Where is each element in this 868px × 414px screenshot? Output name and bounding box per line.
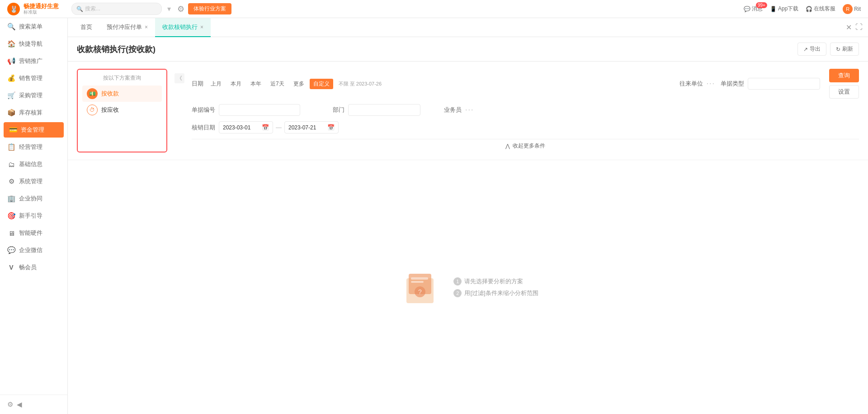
bill-type-label: 单据类型 bbox=[721, 80, 744, 88]
sidebar-item-marketing[interactable]: 📢 营销推广 bbox=[0, 52, 67, 70]
receipt-icon: 💵 bbox=[87, 88, 98, 99]
verify-date-label: 核销日期 bbox=[192, 124, 215, 132]
home-icon: 🏠 bbox=[7, 40, 15, 48]
sidebar-item-system[interactable]: ⚙ 系统管理 bbox=[0, 173, 67, 190]
tab-home-label: 首页 bbox=[80, 23, 92, 31]
sidebar-item-label: 畅会员 bbox=[19, 263, 37, 271]
query-button[interactable]: 查询 bbox=[829, 69, 859, 82]
search-icon: 🔍 bbox=[76, 6, 83, 12]
verify-date-field: 核销日期 2023-03-01 📅 — 2023-07-21 📅 bbox=[192, 121, 339, 133]
sidebar-item-label: 智能硬件 bbox=[19, 229, 42, 237]
filter-option-by-receipt[interactable]: 💵 按收款 bbox=[82, 86, 162, 102]
filter-collapse-button[interactable]: 《 bbox=[175, 73, 184, 83]
message-badge: 99+ bbox=[756, 2, 767, 8]
page-title: 收款核销执行(按收款) bbox=[77, 44, 156, 55]
verify-date-end-value: 2023-07-21 bbox=[288, 124, 316, 131]
user-name: Rit bbox=[854, 6, 861, 12]
sidebar-item-sales[interactable]: 💰 销售管理 bbox=[0, 70, 67, 87]
date-label: 日期 bbox=[192, 80, 203, 88]
dept-select[interactable] bbox=[348, 104, 420, 116]
date-tab-thisyear[interactable]: 本年 bbox=[247, 79, 265, 89]
bill-no-input[interactable] bbox=[219, 104, 300, 116]
filter-row-2: 单据编号 部门 业务员 ··· bbox=[192, 104, 859, 116]
filter-row-3: 核销日期 2023-03-01 📅 — 2023-07-21 📅 bbox=[192, 121, 859, 133]
sidebar-item-label: 新手引导 bbox=[19, 212, 42, 220]
app-download-button[interactable]: 📱 App下载 bbox=[770, 5, 798, 13]
counterpart-dots[interactable]: ··· bbox=[707, 80, 715, 88]
date-tab-7days[interactable]: 近7天 bbox=[267, 79, 288, 89]
user-profile[interactable]: R Rit bbox=[843, 4, 861, 14]
top-search-bar[interactable]: 🔍 搜索... bbox=[71, 3, 162, 15]
message-button[interactable]: 💬 消息 99+ bbox=[744, 5, 763, 13]
sidebar-item-label: 库存核算 bbox=[19, 109, 42, 117]
headset-icon: 🎧 bbox=[806, 6, 812, 12]
filter-option-by-receivable[interactable]: ⏱ 按应收 bbox=[82, 102, 162, 118]
salesman-dots[interactable]: ··· bbox=[465, 106, 474, 114]
folder-icon: 🗂 bbox=[7, 161, 15, 168]
building-icon: 🏢 bbox=[7, 195, 15, 203]
sidebar-item-hardware[interactable]: 🖥 智能硬件 bbox=[0, 224, 67, 242]
empty-tip-1: 1 请先选择要分析的方案 bbox=[453, 277, 538, 286]
content-area: 首页 预付冲应付单 × 收款核销执行 × ✕ ⛶ 收款核销执行(按收款) ↗ bbox=[68, 18, 868, 414]
message-icon: 💬 bbox=[744, 6, 750, 12]
empty-state: ? 1 请先选择要分析的方案 2 用[过滤]条件来缩小分析范围 bbox=[68, 160, 868, 414]
empty-illustration: ? bbox=[397, 265, 443, 310]
settings-icon[interactable]: ⚙ bbox=[177, 4, 184, 14]
settings-button[interactable]: 设置 bbox=[829, 85, 859, 99]
sidebar-item-quicknav[interactable]: 🏠 快捷导航 bbox=[0, 35, 67, 52]
bill-type-field: 单据类型 bbox=[721, 78, 820, 90]
bill-type-select[interactable] bbox=[748, 78, 820, 90]
verify-date-start-input[interactable]: 2023-03-01 📅 bbox=[219, 121, 273, 133]
date-tab-lastmonth[interactable]: 上月 bbox=[207, 79, 225, 89]
sidebar-item-inventory[interactable]: 📦 库存核算 bbox=[0, 104, 67, 121]
sidebar-item-member[interactable]: V 畅会员 bbox=[0, 259, 67, 276]
calendar-start-icon: 📅 bbox=[262, 124, 269, 131]
tab-prepay[interactable]: 预付冲应付单 × bbox=[99, 18, 155, 37]
tab-bar: 首页 预付冲应付单 × 收款核销执行 × ✕ ⛶ bbox=[68, 18, 868, 37]
sidebar-item-finance[interactable]: 💳 资金管理 bbox=[4, 122, 64, 138]
sidebar-item-search[interactable]: 🔍 搜索菜单 bbox=[0, 18, 67, 35]
filter-row-1: 日期 上月 本月 本年 近7天 更多 自定义 不限 至 2023-07-26 bbox=[192, 69, 859, 99]
tab-home[interactable]: 首页 bbox=[73, 18, 99, 37]
collapse-more-icon: ⋀ bbox=[505, 143, 510, 149]
date-tab-thismonth[interactable]: 本月 bbox=[227, 79, 245, 89]
card-icon: 💳 bbox=[9, 126, 17, 134]
verify-date-end-input[interactable]: 2023-07-21 📅 bbox=[284, 121, 339, 133]
search-placeholder: 搜索... bbox=[85, 5, 100, 13]
refresh-button[interactable]: ↻ 刷新 bbox=[830, 43, 859, 56]
sidebar-item-enterprise[interactable]: 🏢 企业协同 bbox=[0, 190, 67, 207]
salesman-label: 业务员 bbox=[444, 106, 462, 114]
date-tab-more[interactable]: 更多 bbox=[290, 79, 308, 89]
brand-logo: 🐰 bbox=[7, 3, 20, 15]
tab-verify[interactable]: 收款核销执行 × bbox=[155, 18, 211, 37]
export-button[interactable]: ↗ 导出 bbox=[797, 43, 826, 56]
empty-tip-2-text: 用[过滤]条件来缩小分析范围 bbox=[464, 289, 538, 297]
collapse-more-button[interactable]: ⋀ 收起更多条件 bbox=[192, 139, 859, 152]
sidebar-item-label: 销售管理 bbox=[19, 74, 42, 82]
sidebar-item-operations[interactable]: 📋 经营管理 bbox=[0, 138, 67, 156]
sidebar-item-wechat[interactable]: 💬 企业微信 bbox=[0, 242, 67, 259]
industry-solution-button[interactable]: 体验行业方案 bbox=[188, 3, 231, 14]
filter-scheme-title: 按以下方案查询 bbox=[82, 74, 162, 82]
tab-prepay-close[interactable]: × bbox=[145, 24, 148, 30]
sidebar-item-guide[interactable]: 🎯 新手引导 bbox=[0, 207, 67, 224]
dept-field: 部门 bbox=[333, 104, 420, 116]
sidebar-settings-icon[interactable]: ⚙ bbox=[7, 400, 13, 409]
refresh-icon: ↻ bbox=[836, 46, 840, 52]
date-tab-custom[interactable]: 自定义 bbox=[310, 79, 333, 89]
sidebar-item-basic-info[interactable]: 🗂 基础信息 bbox=[0, 156, 67, 173]
bill-no-label: 单据编号 bbox=[192, 106, 215, 114]
tab-expand-icon[interactable]: ⛶ bbox=[855, 23, 863, 32]
megaphone-icon: 📢 bbox=[7, 57, 15, 65]
tab-verify-close[interactable]: × bbox=[200, 24, 203, 30]
sidebar-collapse-icon[interactable]: ◀ bbox=[17, 400, 22, 409]
tip-num-1: 1 bbox=[453, 277, 462, 286]
tab-close-all-icon[interactable]: ✕ bbox=[846, 23, 852, 32]
dropdown-icon[interactable]: ▾ bbox=[167, 5, 171, 13]
filter-option-receivable-label: 按应收 bbox=[101, 106, 119, 114]
page-header: 收款核销执行(按收款) ↗ 导出 ↻ 刷新 bbox=[68, 37, 868, 62]
online-service-button[interactable]: 🎧 在线客服 bbox=[806, 5, 835, 13]
mobile-icon: 📱 bbox=[770, 6, 777, 12]
sidebar-item-purchase[interactable]: 🛒 采购管理 bbox=[0, 87, 67, 104]
sidebar-item-label: 快捷导航 bbox=[19, 40, 42, 48]
